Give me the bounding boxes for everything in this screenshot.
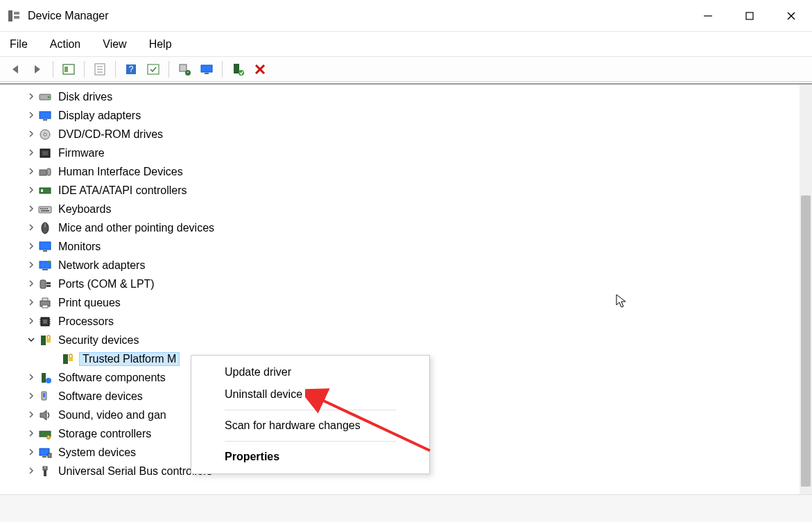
tree-node-label: Ports (COM & LPT): [58, 278, 155, 290]
svg-rect-27: [43, 119, 47, 121]
svg-rect-66: [69, 357, 73, 361]
tree-node-keyboard[interactable]: Keyboards: [7, 200, 798, 218]
svg-rect-8: [64, 67, 68, 72]
svg-rect-56: [43, 320, 47, 324]
tree-node-monitor[interactable]: Monitors: [7, 237, 798, 256]
svg-rect-33: [47, 168, 51, 175]
keyboard-icon: [37, 202, 53, 216]
expander-icon[interactable]: [26, 448, 36, 458]
svg-rect-77: [44, 470, 46, 476]
toolbar-show-hide[interactable]: [59, 60, 78, 79]
tree-node-label: IDE ATA/ATAPI controllers: [58, 184, 187, 196]
context-menu: Update driver Uninstall device Scan for …: [191, 355, 430, 474]
tree-node-label: Software devices: [58, 390, 143, 402]
expander-icon[interactable]: [26, 261, 36, 270]
svg-rect-1: [14, 12, 19, 15]
expander-icon[interactable]: [26, 167, 36, 177]
svg-rect-36: [39, 207, 51, 213]
toolbar-uninstall-device[interactable]: [250, 60, 270, 79]
tree-node-dvd[interactable]: DVD/CD-ROM drives: [7, 125, 798, 143]
context-update-driver[interactable]: Update driver: [191, 361, 429, 383]
svg-rect-53: [42, 298, 48, 301]
svg-rect-49: [40, 280, 46, 288]
menu-file[interactable]: File: [7, 35, 31, 53]
svg-rect-45: [43, 250, 47, 252]
minimize-button[interactable]: [687, 0, 729, 32]
tree-node-disk[interactable]: Disk drives: [7, 87, 798, 106]
cpu-icon: [37, 315, 53, 329]
context-separator: [225, 441, 396, 442]
expander-icon[interactable]: [26, 467, 36, 476]
svg-rect-75: [48, 453, 51, 458]
expander-icon[interactable]: [26, 92, 36, 102]
tree-node-mouse[interactable]: Mice and other pointing devices: [7, 218, 798, 237]
tree-node-printer[interactable]: Print queues: [7, 293, 798, 312]
expander-icon[interactable]: [26, 298, 36, 308]
window-controls: [687, 0, 812, 32]
svg-rect-39: [44, 208, 46, 209]
svg-point-25: [48, 96, 50, 98]
tree-node-label: Human Interface Devices: [58, 166, 183, 177]
expander-icon[interactable]: [26, 205, 36, 214]
vertical-scrollbar[interactable]: [800, 85, 812, 494]
maximize-button[interactable]: [729, 0, 770, 32]
menu-view[interactable]: View: [100, 35, 129, 53]
toolbar-enable-device[interactable]: [228, 60, 248, 79]
context-properties[interactable]: Properties: [191, 446, 429, 468]
svg-rect-20: [234, 64, 239, 73]
tree-node-label: Sound, video and gan: [58, 409, 166, 421]
svg-rect-15: [148, 64, 159, 74]
tree-node-hid[interactable]: Human Interface Devices: [7, 162, 798, 181]
expander-icon[interactable]: [26, 373, 36, 383]
toolbar-back[interactable]: [6, 60, 25, 79]
tree-node-display[interactable]: Display adapters: [7, 106, 798, 125]
expander-icon[interactable]: [26, 130, 36, 139]
expander-icon[interactable]: [26, 111, 36, 121]
firmware-icon: [37, 146, 53, 160]
svg-rect-51: [46, 285, 51, 287]
display-icon: [37, 109, 53, 123]
scrollbar-thumb[interactable]: [801, 195, 811, 487]
expander-icon[interactable]: [26, 429, 36, 439]
tree-node-network[interactable]: Network adapters: [7, 256, 798, 275]
toolbar-update-driver[interactable]: [175, 60, 194, 79]
toolbar-properties[interactable]: [90, 60, 110, 79]
context-uninstall-device[interactable]: Uninstall device: [191, 383, 429, 406]
security-icon: [37, 333, 53, 347]
tree-node-label: Monitors: [58, 241, 101, 252]
expander-icon[interactable]: [26, 410, 36, 420]
context-scan-hardware[interactable]: Scan for hardware changes: [191, 415, 429, 437]
svg-rect-41: [41, 210, 49, 211]
toolbar-separator: [84, 61, 85, 78]
expander-icon[interactable]: [26, 186, 36, 195]
expander-icon[interactable]: [26, 317, 36, 327]
tree-node-ide[interactable]: IDE ATA/ATAPI controllers: [7, 181, 798, 200]
svg-point-68: [46, 378, 51, 383]
toolbar-details[interactable]: [144, 60, 163, 79]
expander-icon[interactable]: [26, 242, 36, 252]
tree-node-port[interactable]: Ports (COM & LPT): [7, 275, 798, 293]
expander-icon[interactable]: [26, 148, 36, 158]
tree-node-security[interactable]: Security devices: [7, 331, 798, 349]
tpm-icon: [60, 352, 75, 366]
tree-node-cpu[interactable]: Processors: [7, 312, 798, 331]
expander-icon[interactable]: [26, 279, 36, 289]
tree-node-firmware[interactable]: Firmware: [7, 143, 798, 162]
toolbar-scan-hardware[interactable]: [197, 60, 216, 79]
menu-action[interactable]: Action: [47, 35, 83, 53]
svg-point-78: [44, 467, 46, 468]
svg-rect-44: [40, 242, 51, 250]
expander-icon[interactable]: [26, 392, 36, 401]
tree-node-label: Firmware: [58, 147, 105, 159]
svg-rect-19: [205, 73, 209, 74]
toolbar-forward[interactable]: [28, 60, 47, 79]
toolbar-help[interactable]: ?: [121, 60, 141, 79]
tree-node-label: Print queues: [58, 297, 121, 308]
printer-icon: [37, 296, 53, 310]
menu-help[interactable]: Help: [146, 35, 175, 53]
close-button[interactable]: [770, 0, 812, 32]
expander-icon[interactable]: [26, 223, 36, 233]
svg-rect-63: [41, 336, 46, 345]
expander-icon[interactable]: [26, 336, 36, 345]
svg-text:?: ?: [129, 64, 134, 74]
